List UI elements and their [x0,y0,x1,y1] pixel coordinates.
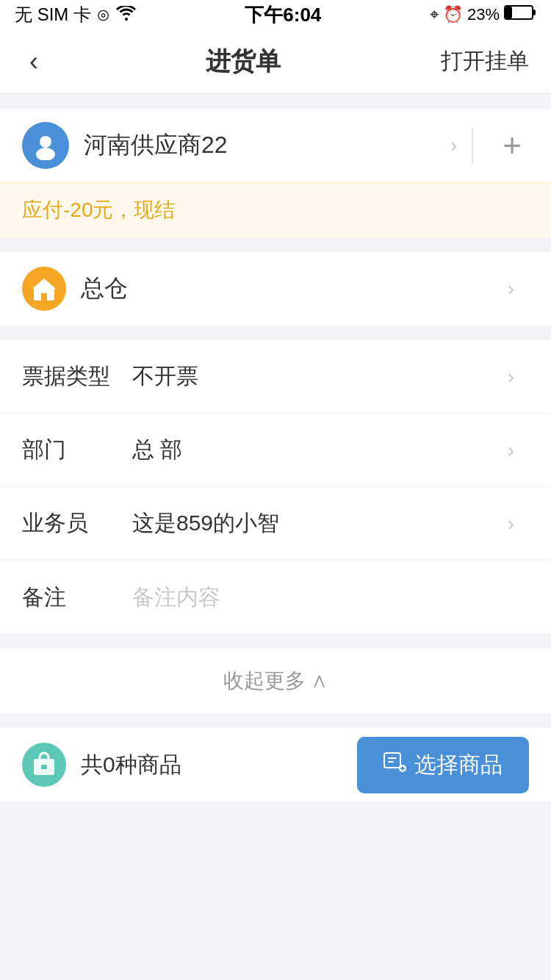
notice-banner: 应付-20元，现结 [0,182,551,237]
invoice-type-value: 不开票 [132,361,508,392]
svg-rect-1 [533,10,536,15]
alarm-icon: ⏰ [443,5,463,24]
nav-bar: ‹ 进货单 打开挂单 [0,29,551,94]
product-icon [22,743,66,787]
warehouse-name: 总仓 [81,273,508,305]
department-value: 总 部 [132,435,508,465]
svg-marker-6 [32,278,56,289]
battery-icon [504,4,536,25]
supplier-chevron-icon: › [450,134,457,157]
salesperson-chevron-icon: › [508,512,514,536]
remark-input[interactable]: 备注内容 [132,583,529,613]
svg-rect-7 [41,293,47,300]
svg-point-3 [40,136,51,148]
warehouse-icon [22,267,66,311]
remark-label: 备注 [22,583,132,613]
invoice-type-row[interactable]: 票据类型 不开票 › [0,340,551,414]
salesperson-label: 业务员 [22,508,132,538]
supplier-section: 河南供应商22 › + 应付-20元，现结 [0,109,551,237]
supplier-divider [472,127,473,164]
svg-rect-10 [384,753,400,768]
location-icon: ⌖ [430,5,439,24]
svg-rect-9 [41,765,47,769]
supplier-row[interactable]: 河南供应商22 › + [0,109,551,182]
status-left: 无 SIM 卡 ⊙ [15,3,137,26]
supplier-avatar [22,122,69,169]
warehouse-chevron-icon: › [508,277,514,300]
select-product-icon [383,752,407,778]
select-product-label: 选择商品 [414,750,503,780]
department-label: 部门 [22,435,132,465]
invoice-type-label: 票据类型 [22,361,132,392]
section-gap-1 [0,94,551,109]
status-time: 下午6:04 [245,2,321,28]
add-supplier-button[interactable]: + [495,127,529,164]
status-bar: 无 SIM 卡 ⊙ 下午6:04 ⌖ ⏰ 23% [0,0,551,29]
department-chevron-icon: › [508,439,514,462]
wifi-icon [116,4,137,25]
select-product-button[interactable]: 选择商品 [357,737,529,793]
salesperson-value: 这是859的小智 [132,508,508,538]
collapse-button[interactable]: 收起更多 ∧ [0,649,551,713]
svg-rect-15 [400,768,405,769]
status-right: ⌖ ⏰ 23% [430,4,536,25]
svg-rect-12 [388,761,394,763]
salesperson-row[interactable]: 业务员 这是859的小智 › [0,487,551,561]
svg-rect-2 [505,7,512,18]
back-button[interactable]: ‹ [22,39,46,84]
supplier-name: 河南供应商22 [84,129,450,162]
invoice-type-chevron-icon: › [508,365,514,389]
department-row[interactable]: 部门 总 部 › [0,414,551,487]
battery-label: 23% [467,5,500,24]
open-pending-button[interactable]: 打开挂单 [441,46,529,76]
form-section: 票据类型 不开票 › 部门 总 部 › 业务员 这是859的小智 › 备注 备注… [0,340,551,634]
page-title: 进货单 [206,45,281,79]
remark-row[interactable]: 备注 备注内容 [0,561,551,634]
warehouse-row[interactable]: 总仓 › [0,252,551,325]
sim-label: 无 SIM 卡 ⊙ [15,3,110,26]
svg-rect-11 [388,757,397,759]
product-count-label: 共0种商品 [81,750,357,780]
bottom-bar: 共0种商品 选择商品 [0,728,551,801]
svg-point-4 [36,148,55,160]
